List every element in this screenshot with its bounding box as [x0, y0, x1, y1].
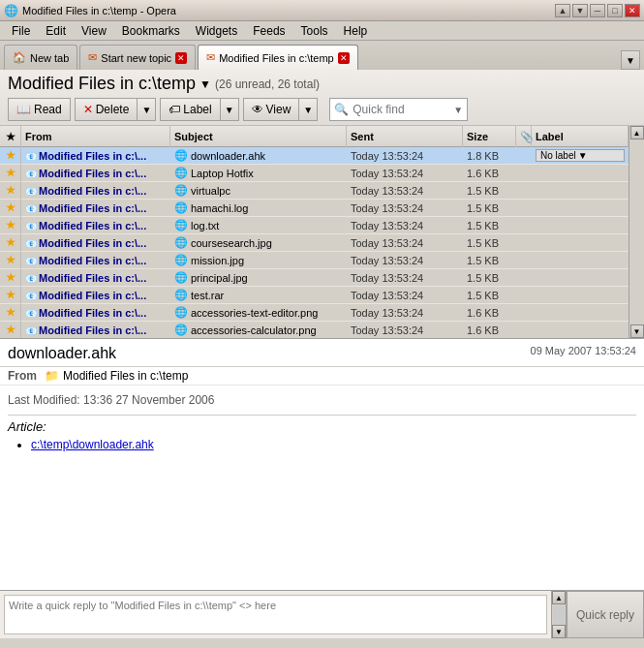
col-header-attach[interactable]: 📎	[516, 126, 532, 147]
sent-cell: Today 13:53:24	[347, 167, 463, 180]
sent-text: Today 13:53:24	[351, 202, 423, 214]
qr-scroll-up[interactable]: ▲	[552, 591, 566, 604]
window-controls: ▲ ▼ ─ □ ✕	[555, 4, 640, 17]
size-text: 1.6 KB	[467, 168, 499, 179]
read-button-group: 📖 Read	[8, 98, 71, 121]
subject-cell: 🌐 downloader.ahk	[170, 149, 347, 162]
from-cell: 📧 Modified Files in c:\...	[21, 184, 170, 198]
page-title-arrow[interactable]: ▼	[199, 77, 211, 91]
table-row[interactable]: ★ 📧 Modified Files in c:\... 🌐 mission.j…	[0, 252, 629, 269]
star-cell: ★	[0, 320, 21, 339]
tab-start-new-topic[interactable]: ✉ Start new topic ✕	[79, 45, 196, 70]
detail-article-label: Article:	[8, 419, 636, 434]
size-text: 1.5 KB	[467, 272, 499, 284]
menu-file[interactable]: File	[4, 22, 38, 40]
col-header-from[interactable]: From	[21, 126, 170, 147]
search-input[interactable]	[353, 103, 449, 116]
menu-bookmarks[interactable]: Bookmarks	[114, 22, 188, 40]
menu-feeds[interactable]: Feeds	[245, 22, 292, 40]
subject-cell: 🌐 virtualpc	[170, 184, 347, 197]
label-button[interactable]: 🏷 Label	[160, 98, 220, 121]
scroll-up-btn[interactable]: ▲	[555, 4, 570, 17]
menu-help[interactable]: Help	[336, 22, 376, 40]
tab-close-modified[interactable]: ✕	[338, 52, 350, 64]
qr-scroll-thumb[interactable]	[553, 605, 565, 624]
view-dropdown[interactable]: ▼	[299, 98, 318, 121]
delete-dropdown[interactable]: ▼	[138, 98, 156, 121]
table-row[interactable]: ★ 📧 Modified Files in c:\... 🌐 principal…	[0, 269, 629, 287]
table-row[interactable]: ★ 📧 Modified Files in c:\... 🌐 accessori…	[0, 304, 629, 322]
table-row[interactable]: ★ 📧 Modified Files in c:\... 🌐 log.txt T…	[0, 217, 629, 234]
from-text: Modified Files in c:\...	[39, 290, 146, 301]
quick-reply-scrollbar[interactable]: ▲ ▼	[551, 591, 567, 638]
subject-cell: 🌐 hamachi.log	[170, 201, 347, 214]
from-icon: 📧	[25, 238, 37, 249]
quick-reply-textarea[interactable]	[4, 595, 547, 634]
subject-cell: 🌐 accessories-text-editor.png	[170, 306, 347, 319]
file-icon: 🌐	[174, 289, 188, 301]
tab-close-start[interactable]: ✕	[175, 52, 187, 64]
table-row[interactable]: ★ 📧 Modified Files in c:\... 🌐 hamachi.l…	[0, 200, 629, 217]
from-text: Modified Files in c:\...	[39, 237, 146, 249]
delete-button[interactable]: ✕ Delete	[75, 98, 138, 121]
table-row[interactable]: ★ 📧 Modified Files in c:\... 🌐 accessori…	[0, 322, 629, 338]
sent-cell: Today 13:53:24	[347, 271, 463, 285]
close-btn[interactable]: ✕	[625, 4, 640, 17]
star-cell: ★	[0, 337, 21, 339]
restore-btn[interactable]: □	[607, 4, 623, 17]
file-icon: 🌐	[174, 271, 188, 284]
from-icon: 📧	[25, 291, 37, 301]
tab-menu-btn[interactable]: ▼	[621, 50, 640, 70]
table-row[interactable]: ★ 📧 Modified Files in c:\... 🌐 Laptop Ho…	[0, 165, 629, 182]
read-label: Read	[34, 103, 62, 116]
qr-scroll-down[interactable]: ▼	[552, 625, 566, 638]
label-button-group: 🏷 Label ▼	[160, 98, 238, 121]
action-bar: 📖 Read ✕ Delete ▼ 🏷 Label ▼ 👁 View	[8, 98, 636, 121]
file-icon: 🌐	[174, 149, 188, 162]
scroll-down-arrow[interactable]: ▼	[630, 324, 644, 338]
page-title: Modified Files in c:\temp ▼ (26 unread, …	[8, 74, 636, 94]
size-cell: 1.5 KB	[463, 219, 516, 232]
from-icon: 📧	[25, 169, 37, 179]
minimize-btn[interactable]: ─	[590, 4, 605, 17]
view-button[interactable]: 👁 View	[243, 98, 300, 121]
size-text: 1.5 KB	[467, 202, 499, 214]
subject-text: 🌐 hamachi.log	[174, 201, 343, 214]
menu-tools[interactable]: Tools	[293, 22, 336, 40]
email-list-scrollbar[interactable]: ▲ ▼	[629, 126, 644, 338]
tab-icon-modified: ✉	[206, 51, 215, 64]
col-header-label[interactable]: Label	[532, 126, 629, 147]
read-button[interactable]: 📖 Read	[8, 98, 71, 121]
menu-widgets[interactable]: Widgets	[188, 22, 245, 40]
from-cell: 📧 Modified Files in c:\...	[21, 289, 170, 302]
detail-article-link[interactable]: c:\temp\downloader.ahk	[31, 438, 154, 451]
sent-text: Today 13:53:24	[351, 185, 423, 197]
from-cell: 📧 Modified Files in c:\...	[21, 306, 170, 320]
from-cell: 📧 Modified Files in c:\...	[21, 324, 170, 337]
subject-text: 🌐 accessories-text-editor.png	[174, 306, 343, 319]
col-header-sent[interactable]: Sent	[347, 126, 463, 147]
scroll-down-btn[interactable]: ▼	[572, 4, 588, 17]
table-row[interactable]: ★ 📧 Modified Files in c:\... 🌐 downloade…	[0, 147, 629, 165]
from-icon: 📧	[25, 308, 37, 319]
search-dropdown-icon[interactable]: ▼	[453, 105, 463, 115]
app-icon: 🌐	[4, 4, 18, 17]
size-text: 1.5 KB	[467, 185, 499, 197]
scroll-up-arrow[interactable]: ▲	[630, 126, 644, 139]
detail-from-label: From	[8, 369, 37, 383]
label-dropdown[interactable]: ▼	[221, 98, 239, 121]
quick-reply-button[interactable]: Quick reply	[567, 591, 644, 638]
table-row[interactable]: ★ 📧 Modified Files in c:\... 🌐 virtualpc…	[0, 182, 629, 200]
col-header-size[interactable]: Size	[463, 126, 516, 147]
col-header-subject[interactable]: Subject	[170, 126, 347, 147]
tab-new-tab[interactable]: 🏠 New tab	[4, 45, 77, 70]
from-icon: 📧	[25, 203, 37, 214]
file-icon: 🌐	[174, 236, 188, 249]
tab-modified-files[interactable]: ✉ Modified Files in c:\temp ✕	[198, 45, 358, 70]
table-row[interactable]: ★ 📧 Modified Files in c:\... 🌐 coursesea…	[0, 234, 629, 252]
menu-view[interactable]: View	[74, 22, 114, 40]
col-header-star[interactable]: ★	[0, 126, 21, 147]
from-icon: 📧	[25, 256, 37, 266]
menu-edit[interactable]: Edit	[38, 22, 74, 40]
table-row[interactable]: ★ 📧 Modified Files in c:\... 🌐 test.rar …	[0, 287, 629, 304]
